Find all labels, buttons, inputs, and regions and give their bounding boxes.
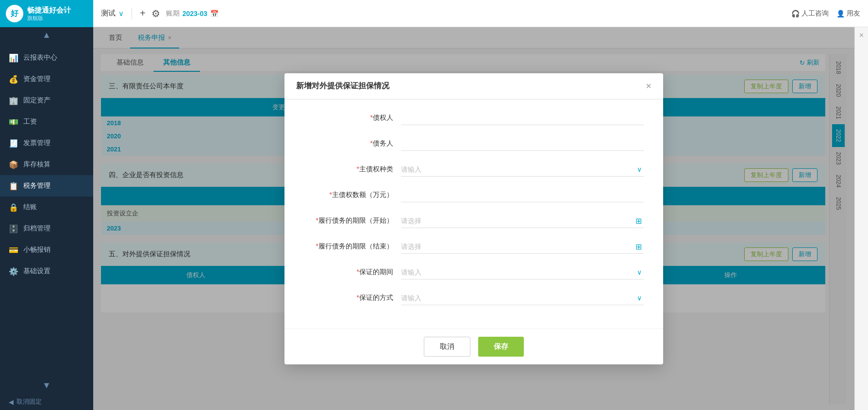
guarantee-period-input[interactable] [401, 265, 644, 279]
guarantee-method-label: *保证的方式 [304, 294, 401, 302]
form-row-guarantee-method: *保证的方式 ∨ [304, 291, 644, 305]
logo-icon: 好 [6, 5, 23, 22]
modal-title: 新增对外提供保证担保情况 [296, 81, 389, 91]
save-button[interactable]: 保存 [478, 337, 524, 357]
debt-type-input[interactable] [401, 163, 644, 177]
consulting-label: 人工咨询 [801, 9, 829, 18]
archive-icon: 🗄️ [9, 224, 18, 233]
app-subtitle: 旗舰版 [27, 15, 71, 22]
sidebar-item-tax-mgmt[interactable]: 📋 税务管理 [0, 175, 93, 197]
sidebar-item-cloud-report[interactable]: 📊 云报表中心 [0, 47, 93, 68]
required-mark: * [357, 294, 359, 301]
modal-dialog: 新增对外提供保证担保情况 × *债权人 [284, 73, 663, 364]
topbar: 测试 ∨ + ⚙ 账期 2023-03 📅 🎧 人工咨询 � [93, 0, 868, 27]
consulting-button[interactable]: 🎧 人工咨询 [791, 9, 829, 18]
inventory-icon: 📦 [9, 160, 18, 169]
period-end-input[interactable] [401, 240, 644, 254]
period-value: 2023-03 [183, 10, 207, 17]
sidebar-item-payroll[interactable]: 💵 工资 [0, 111, 93, 132]
sidebar-item-label: 归档管理 [23, 224, 50, 233]
period-end-label: *履行债务的期限（结束） [304, 242, 401, 251]
period-start-calendar-icon[interactable]: ⊞ [635, 216, 642, 226]
user-icon: 👤 [836, 10, 845, 17]
modal-header: 新增对外提供保证担保情况 × [284, 73, 663, 99]
sidebar-item-label: 资金管理 [23, 75, 50, 83]
add-button[interactable]: + [140, 8, 146, 19]
creditor-input[interactable] [401, 111, 644, 125]
period-start-field: ⊞ [401, 214, 644, 228]
sidebar-item-label: 小畅报销 [23, 246, 50, 254]
sidebar-item-invoice-mgmt[interactable]: 🧾 发票管理 [0, 132, 93, 154]
app-title: 畅捷通好会计 [27, 6, 71, 15]
sidebar-header: 好 畅捷通好会计 旗舰版 [0, 0, 93, 27]
content-area: 首页 税务申报 × 基础信息 [93, 27, 868, 410]
period-start-input[interactable] [401, 214, 644, 228]
sidebar-item-basic-settings[interactable]: ⚙️ 基础设置 [0, 261, 93, 282]
required-mark: * [330, 191, 332, 198]
company-selector[interactable]: 测试 ∨ [101, 9, 124, 18]
debt-type-field: ∨ [401, 163, 644, 177]
modal-footer: 取消 保存 [284, 328, 663, 364]
period-start-label: *履行债务的期限（开始） [304, 216, 401, 225]
basic-settings-icon: ⚙️ [9, 266, 18, 276]
period-label: 账期 [166, 9, 180, 18]
user-button[interactable]: 👤 用友 [836, 9, 860, 18]
sidebar-item-label: 基础设置 [23, 267, 50, 276]
payroll-icon: 💵 [9, 117, 18, 127]
sidebar-item-fund-mgmt[interactable]: 💰 资金管理 [0, 68, 93, 90]
sidebar-item-label: 发票管理 [23, 139, 50, 148]
period-end-field: ⊞ [401, 240, 644, 254]
guarantee-method-input[interactable] [401, 291, 644, 305]
sidebar-item-label: 云报表中心 [23, 53, 57, 62]
debt-amount-input[interactable] [401, 188, 644, 202]
sidebar-item-label: 固定资产 [23, 96, 50, 105]
sidebar-nav: 📊 云报表中心 💰 资金管理 🏢 固定资产 💵 工资 🧾 发票管理 📦 [0, 43, 93, 377]
sidebar-item-fixed-asset[interactable]: 🏢 固定资产 [0, 90, 93, 111]
expense-icon: 💳 [9, 245, 18, 255]
sidebar-scroll-down[interactable]: ▼ [0, 377, 93, 394]
debtor-field [401, 137, 644, 151]
sidebar-scroll-up[interactable]: ▲ [0, 27, 93, 43]
sidebar-item-expense[interactable]: 💳 小畅报销 [0, 239, 93, 261]
invoice-mgmt-icon: 🧾 [9, 138, 18, 148]
guarantee-period-label: *保证的期间 [304, 268, 401, 277]
sidebar-item-inventory[interactable]: 📦 库存核算 [0, 154, 93, 175]
sidebar-item-label: 结账 [23, 203, 37, 212]
required-mark: * [357, 268, 359, 276]
required-mark: * [370, 114, 373, 121]
creditor-field [401, 111, 644, 125]
required-mark: * [370, 139, 373, 147]
form-row-creditor: *债权人 [304, 111, 644, 125]
cancel-button[interactable]: 取消 [424, 337, 470, 357]
period-end-calendar-icon[interactable]: ⊞ [635, 242, 642, 251]
required-mark: * [316, 242, 318, 250]
form-row-debtor: *债务人 [304, 137, 644, 151]
tax-mgmt-icon: 📋 [9, 181, 18, 191]
settings-button[interactable]: ⚙ [151, 8, 160, 19]
period-calendar-icon[interactable]: 📅 [210, 10, 218, 17]
form-row-debt-amount: *主债权数额（万元） [304, 188, 644, 202]
topbar-right: 🎧 人工咨询 👤 用友 [791, 9, 860, 18]
sidebar-item-closing[interactable]: 🔒 结账 [0, 197, 93, 218]
fixed-asset-icon: 🏢 [9, 96, 18, 105]
close-panel-icon[interactable]: × [859, 31, 864, 40]
modal-close-button[interactable]: × [646, 81, 651, 91]
sidebar-item-archive[interactable]: 🗄️ 归档管理 [0, 218, 93, 239]
sidebar-item-label: 税务管理 [23, 181, 50, 190]
sidebar: 好 畅捷通好会计 旗舰版 ▲ 📊 云报表中心 💰 资金管理 🏢 固定资产 💵 [0, 0, 93, 410]
sidebar-item-label: 库存核算 [23, 160, 50, 169]
period-selector: 账期 2023-03 📅 [166, 9, 218, 18]
company-name: 测试 [101, 9, 116, 18]
debtor-input[interactable] [401, 137, 644, 151]
form-row-period-start: *履行债务的期限（开始） ⊞ [304, 214, 644, 228]
debt-amount-label: *主债权数额（万元） [304, 191, 401, 199]
creditor-label: *债权人 [304, 114, 401, 122]
headset-icon: 🎧 [791, 10, 800, 17]
plus-icon: + [140, 8, 146, 19]
closing-icon: 🔒 [9, 202, 18, 212]
company-chevron-icon: ∨ [118, 9, 124, 18]
sidebar-unpin[interactable]: ◀ 取消固定 [0, 394, 93, 410]
unpin-icon: ◀ [9, 398, 14, 406]
main-area: 测试 ∨ + ⚙ 账期 2023-03 📅 🎧 人工咨询 � [93, 0, 868, 410]
modal-body: *债权人 *债务人 [284, 99, 663, 328]
